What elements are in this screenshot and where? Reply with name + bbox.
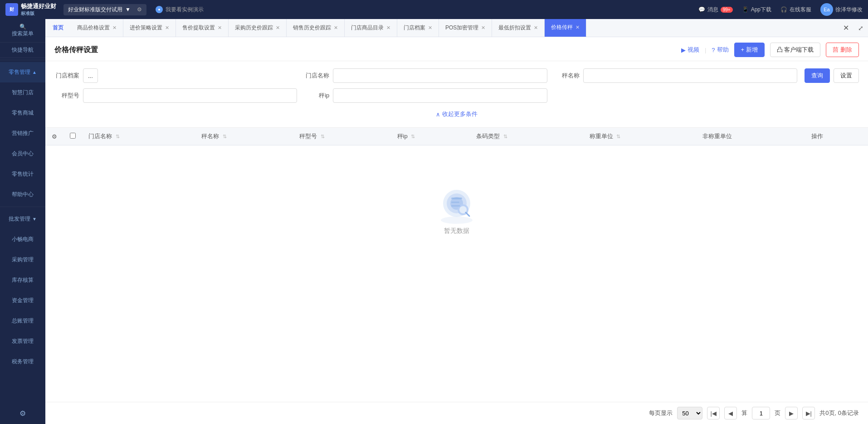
tab-close-price-settings[interactable]: ✕ bbox=[112, 25, 117, 31]
th-barcode-type[interactable]: 条码类型 ⇅ bbox=[470, 128, 583, 145]
last-page-button[interactable]: ▶| bbox=[802, 407, 815, 419]
empty-icon bbox=[434, 182, 479, 227]
demo-link[interactable]: ● 我要看实例演示 bbox=[156, 6, 204, 14]
sidebar-item-invoice[interactable]: 发票管理 bbox=[0, 331, 45, 352]
th-scale-name[interactable]: 秤名称 ⇅ bbox=[195, 128, 293, 145]
online-service-button[interactable]: 🎧 在线客服 bbox=[780, 6, 811, 14]
tab-purchase-history[interactable]: 采购历史价跟踪 ✕ bbox=[229, 19, 287, 37]
scale-ip-input[interactable] bbox=[333, 88, 547, 103]
th-weight-unit[interactable]: 称重单位 ⇅ bbox=[583, 128, 696, 145]
sidebar-item-smart-store[interactable]: 智慧门店 bbox=[0, 82, 45, 103]
th-scale-model[interactable]: 秤型号 ⇅ bbox=[293, 128, 391, 145]
scale-model-label: 秤型号 bbox=[54, 92, 79, 100]
next-page-button[interactable]: ▶ bbox=[785, 407, 798, 419]
tab-close-purchase-strategy[interactable]: ✕ bbox=[165, 25, 169, 31]
sidebar-divider-2 bbox=[0, 207, 45, 207]
delete-button[interactable]: 茴 删除 bbox=[826, 43, 859, 57]
tab-close-price-scale[interactable]: ✕ bbox=[575, 24, 580, 30]
sort-icon-scale-model: ⇅ bbox=[321, 134, 325, 139]
search-icon: 🔍 bbox=[20, 24, 26, 30]
filter-scale-model: 秤型号 bbox=[54, 88, 297, 103]
sidebar-search[interactable]: 🔍 搜索菜单 bbox=[0, 19, 45, 43]
store-archive-select[interactable]: ... bbox=[83, 68, 98, 83]
tab-close-min-discount[interactable]: ✕ bbox=[534, 25, 538, 31]
tab-home[interactable]: 首页 bbox=[45, 19, 71, 37]
tab-store-archive[interactable]: 门店档案 ✕ bbox=[397, 19, 439, 37]
store-name-input[interactable] bbox=[333, 68, 547, 83]
tab-purchase-strategy[interactable]: 进价策略设置 ✕ bbox=[123, 19, 176, 37]
content-area: 首页 商品价格设置 ✕ 进价策略设置 ✕ 售价提取设置 ✕ 采购历史价跟踪 ✕ bbox=[45, 19, 868, 424]
tab-close-sale-history[interactable]: ✕ bbox=[334, 25, 338, 31]
tab-min-discount[interactable]: 最低折扣设置 ✕ bbox=[492, 19, 545, 37]
th-scale-ip[interactable]: 秤ip ⇅ bbox=[391, 128, 470, 145]
sidebar-item-retail-stats[interactable]: 零售统计 bbox=[0, 164, 45, 184]
tab-close-store-catalog[interactable]: ✕ bbox=[386, 25, 390, 31]
app-download-button[interactable]: 📱 App下载 bbox=[742, 6, 771, 14]
th-settings[interactable]: ⚙ bbox=[45, 128, 63, 145]
tab-close-purchase-history[interactable]: ✕ bbox=[276, 25, 280, 31]
version-selector[interactable]: 好业财标准版交付试用 ▼ ⚙ bbox=[63, 4, 146, 15]
store-name-label: 门店名称 bbox=[304, 72, 329, 80]
tabs-close-all-button[interactable]: ✕ bbox=[839, 24, 853, 32]
page-input[interactable] bbox=[752, 407, 770, 419]
first-page-button[interactable]: |◀ bbox=[707, 407, 720, 419]
settings-gear-icon[interactable]: ⚙ bbox=[137, 6, 142, 13]
help-link[interactable]: ? 帮助 bbox=[712, 46, 728, 54]
top-bar: 财 畅捷通好业财 标准版 好业财标准版交付试用 ▼ ⚙ ● 我要看实例演示 💬 … bbox=[0, 0, 868, 19]
app-wrapper: 财 畅捷通好业财 标准版 好业财标准版交付试用 ▼ ⚙ ● 我要看实例演示 💬 … bbox=[0, 0, 868, 424]
scale-model-input[interactable] bbox=[83, 88, 297, 103]
download-button[interactable]: 凸 客户端下载 bbox=[770, 43, 821, 57]
tab-store-catalog[interactable]: 门店商品目录 ✕ bbox=[345, 19, 397, 37]
sidebar-item-member[interactable]: 会员中心 bbox=[0, 144, 45, 164]
sidebar-item-help[interactable]: 帮助中心 bbox=[0, 184, 45, 205]
sidebar-settings-button[interactable]: ⚙ bbox=[0, 403, 45, 424]
collapse-filter-button[interactable]: ∧ 收起更多条件 bbox=[436, 108, 478, 120]
sidebar-item-general-ledger[interactable]: 总账管理 bbox=[0, 311, 45, 331]
message-icon: 💬 bbox=[698, 6, 705, 13]
add-button[interactable]: + 新增 bbox=[734, 43, 765, 57]
table-wrapper: ⚙ 门店名称 ⇅ 秤名称 ⇅ 秤型号 ⇅ 秤ip ⇅ 条码类型 ⇅ 称重单位 ⇅… bbox=[45, 128, 868, 402]
messages-button[interactable]: 💬 消息 99+ bbox=[698, 6, 733, 14]
sidebar-divider bbox=[0, 60, 45, 60]
sidebar-item-ecommerce[interactable]: 小畅电商 bbox=[0, 229, 45, 250]
setting-button[interactable]: 设置 bbox=[834, 68, 859, 83]
select-all-checkbox[interactable] bbox=[70, 133, 76, 139]
pagination: 每页显示 50 10 20 100 |◀ ◀ 算 页 ▶ ▶| 共0页, 0条记… bbox=[45, 402, 868, 424]
search-button[interactable]: 查询 bbox=[805, 68, 830, 83]
user-menu[interactable]: Ea 徐泽华修改 bbox=[820, 3, 863, 16]
tab-sale-history[interactable]: 销售历史价跟踪 ✕ bbox=[287, 19, 345, 37]
sidebar-item-purchase[interactable]: 采购管理 bbox=[0, 250, 45, 270]
video-link[interactable]: ▶ 视频 bbox=[681, 46, 699, 54]
sidebar-item-retail-mgmt[interactable]: 零售管理 ▲ bbox=[0, 62, 45, 82]
scale-name-input[interactable] bbox=[583, 68, 797, 83]
per-page-select[interactable]: 50 10 20 100 bbox=[677, 407, 702, 419]
th-checkbox[interactable] bbox=[63, 128, 82, 145]
sidebar-item-tax[interactable]: 税务管理 bbox=[0, 352, 45, 372]
tab-close-sale-extract[interactable]: ✕ bbox=[218, 25, 222, 31]
empty-text: 暂无数据 bbox=[444, 227, 469, 235]
tab-pos-mgmt[interactable]: POS加密管理 ✕ bbox=[439, 19, 492, 37]
tab-close-store-archive[interactable]: ✕ bbox=[428, 25, 432, 31]
logo-icon: 财 bbox=[5, 3, 18, 16]
sidebar-item-retail-mall[interactable]: 零售商城 bbox=[0, 103, 45, 123]
tab-price-scale[interactable]: 价格传秤 ✕ bbox=[545, 19, 586, 37]
tab-close-pos-mgmt[interactable]: ✕ bbox=[481, 25, 485, 31]
tabs-expand-button[interactable]: ⤢ bbox=[853, 24, 868, 32]
tab-sale-extract[interactable]: 售价提取设置 ✕ bbox=[176, 19, 229, 37]
sidebar-item-finance[interactable]: 资金管理 bbox=[0, 290, 45, 311]
filter-scale-name: 秤名称 bbox=[555, 68, 797, 83]
svg-rect-7 bbox=[451, 198, 462, 199]
th-store-name[interactable]: 门店名称 ⇅ bbox=[82, 128, 195, 145]
sidebar-item-inventory[interactable]: 库存核算 bbox=[0, 270, 45, 290]
sidebar-item-marketing[interactable]: 营销推广 bbox=[0, 123, 45, 144]
filter-row-2: 秤型号 秤ip bbox=[54, 88, 859, 103]
prev-page-button[interactable]: ◀ bbox=[724, 407, 737, 419]
data-table: ⚙ 门店名称 ⇅ 秤名称 ⇅ 秤型号 ⇅ 秤ip ⇅ 条码类型 ⇅ 称重单位 ⇅… bbox=[45, 128, 868, 253]
tab-price-settings[interactable]: 商品价格设置 ✕ bbox=[71, 19, 123, 37]
svg-line-6 bbox=[466, 212, 469, 216]
sort-icon-scale-ip: ⇅ bbox=[411, 134, 415, 139]
sidebar-quick-nav[interactable]: 快捷导航 bbox=[0, 43, 45, 58]
filter-store-archive: 门店档案 ... bbox=[54, 68, 297, 83]
sort-icon-weight-unit: ⇅ bbox=[616, 134, 620, 139]
sidebar-item-wholesale[interactable]: 批发管理 ▼ bbox=[0, 209, 45, 229]
